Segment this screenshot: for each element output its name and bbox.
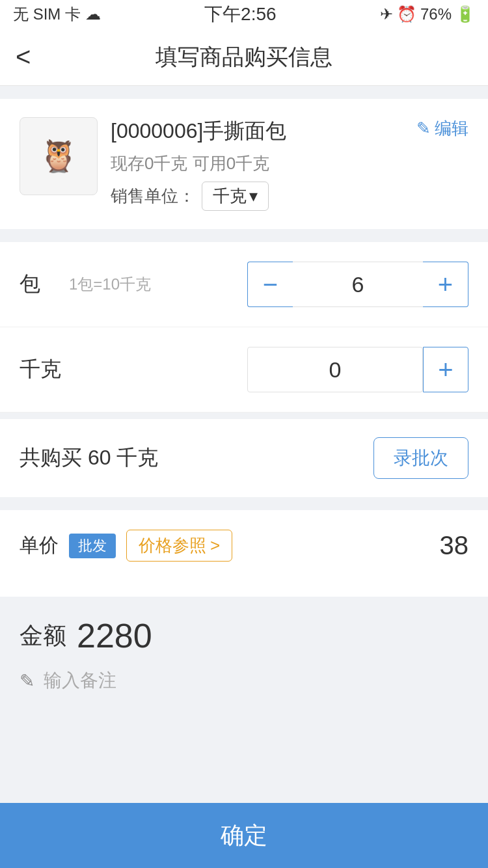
pack-row: 包 1包=10千克 − + <box>0 242 488 327</box>
product-logo: 🦉 <box>39 138 78 174</box>
unit-select[interactable]: 千克 ▾ <box>202 182 269 211</box>
unit-chevron-icon: ▾ <box>249 186 258 206</box>
status-left: 无 SIM 卡 ☁ <box>13 4 101 25</box>
price-label: 单价 <box>20 532 59 559</box>
unit-value: 千克 <box>213 185 247 208</box>
edit-label: 编辑 <box>435 117 468 140</box>
note-row[interactable]: ✎ 输入备注 <box>20 668 468 693</box>
pack-controls: − + <box>247 262 468 307</box>
status-right: ✈ ⏰ 76% 🔋 <box>380 5 475 23</box>
pack-label: 包 <box>20 270 59 299</box>
location-icon: ✈ <box>380 5 393 23</box>
pack-input[interactable] <box>293 262 423 307</box>
amount-label: 金额 <box>20 620 66 652</box>
amount-section: 金额 2280 ✎ 输入备注 <box>0 597 488 706</box>
edit-icon: ✎ <box>416 118 431 139</box>
price-value: 38 <box>440 531 469 560</box>
price-ref-chevron-icon: > <box>210 536 220 556</box>
amount-value: 2280 <box>77 616 152 655</box>
back-button[interactable]: < <box>16 42 31 72</box>
status-bar: 无 SIM 卡 ☁ 下午2:56 ✈ ⏰ 76% 🔋 <box>0 0 488 29</box>
price-row: 单价 批发 价格参照 > 38 <box>20 530 468 562</box>
kg-label: 千克 <box>20 355 61 384</box>
alarm-icon: ⏰ <box>397 5 416 23</box>
nav-bar: < 填写商品购买信息 <box>0 29 488 86</box>
price-ref-label: 价格参照 <box>139 534 206 557</box>
battery-icon: 🔋 <box>455 5 475 23</box>
note-icon: ✎ <box>20 670 34 692</box>
kg-input[interactable] <box>247 347 423 392</box>
pack-increase-button[interactable]: + <box>423 262 468 307</box>
edit-button[interactable]: ✎ 编辑 <box>416 117 468 140</box>
confirm-button[interactable]: 确定 <box>0 803 488 868</box>
total-label: 共购买 60 千克 <box>20 444 158 472</box>
product-stock: 现存0千克 可用0千克 <box>111 152 468 175</box>
batch-button[interactable]: 录批次 <box>373 437 468 479</box>
pack-sublabel: 1包=10千克 <box>69 274 247 295</box>
note-input[interactable]: 输入备注 <box>44 668 116 693</box>
sim-status: 无 SIM 卡 ☁ <box>13 4 101 25</box>
kg-increase-button[interactable]: + <box>423 347 468 392</box>
amount-row: 金额 2280 <box>20 616 468 655</box>
pack-decrease-button[interactable]: − <box>247 262 293 307</box>
kg-controls: + <box>247 347 468 392</box>
unit-label: 销售单位： <box>111 185 195 208</box>
price-section: 单价 批发 价格参照 > 38 <box>0 510 488 597</box>
product-card: 🦉 [0000006]手撕面包 现存0千克 可用0千克 销售单位： 千克 ▾ ✎… <box>0 99 488 229</box>
product-name: [0000006]手撕面包 <box>111 117 468 146</box>
quantity-section: 包 1包=10千克 − + 千克 + <box>0 242 488 413</box>
kg-row: 千克 + <box>0 327 488 413</box>
price-ref-button[interactable]: 价格参照 > <box>126 530 232 562</box>
product-info: [0000006]手撕面包 现存0千克 可用0千克 销售单位： 千克 ▾ <box>111 117 468 211</box>
price-tag: 批发 <box>69 534 116 558</box>
product-image: 🦉 <box>20 117 98 195</box>
page-title: 填写商品购买信息 <box>156 42 332 72</box>
product-unit-row: 销售单位： 千克 ▾ <box>111 182 468 211</box>
battery-level: 76% <box>420 5 452 23</box>
total-row: 共购买 60 千克 录批次 <box>0 413 488 497</box>
status-time: 下午2:56 <box>204 2 277 27</box>
